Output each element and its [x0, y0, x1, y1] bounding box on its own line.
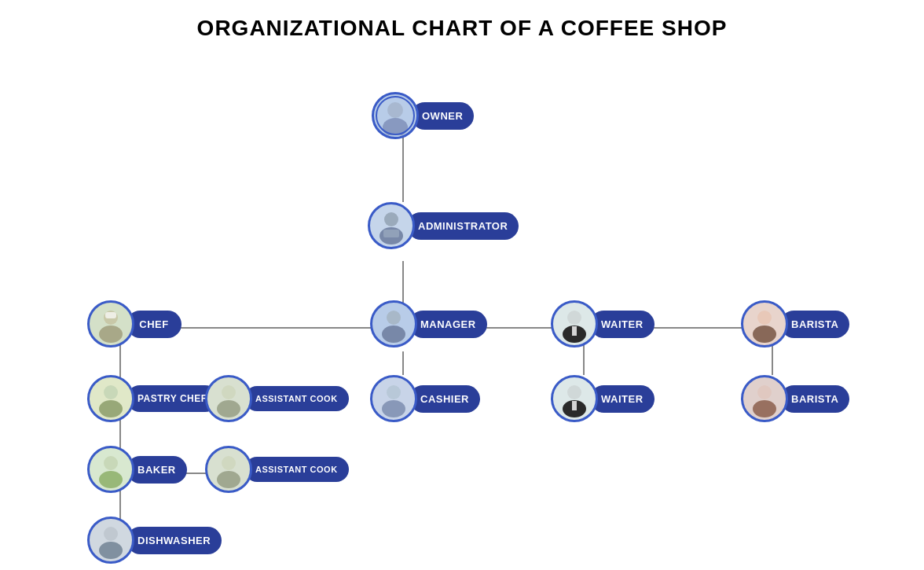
- page: ORGANIZATIONAL CHART OF A COFFEE SHOP: [0, 0, 924, 570]
- label-barista2: BARISTA: [780, 385, 849, 413]
- label-owner: OWNER: [411, 102, 474, 130]
- svg-point-16: [384, 212, 398, 226]
- svg-rect-23: [105, 312, 116, 318]
- node-asst-cook2: ASSISTANT COOK: [205, 446, 349, 493]
- avatar-dishwasher: [87, 517, 134, 564]
- svg-point-39: [753, 400, 776, 417]
- avatar-baker: [87, 446, 134, 493]
- node-chef: CHEF: [87, 300, 182, 348]
- avatar-administrator: [368, 202, 415, 249]
- avatar-manager: [370, 300, 417, 348]
- label-dishwasher: DISHWASHER: [126, 527, 222, 554]
- svg-point-31: [222, 385, 236, 399]
- svg-rect-26: [572, 326, 577, 336]
- svg-point-43: [217, 471, 240, 488]
- svg-point-40: [104, 456, 118, 470]
- svg-point-32: [217, 400, 240, 417]
- node-barista2: BARISTA: [741, 375, 849, 422]
- svg-point-24: [567, 311, 581, 325]
- avatar-barista1: [741, 300, 788, 348]
- avatar-chef: [87, 300, 134, 348]
- svg-point-44: [104, 527, 118, 541]
- svg-point-33: [387, 385, 401, 399]
- label-administrator: ADMINISTRATOR: [407, 212, 519, 240]
- label-cashier: CASHIER: [409, 385, 480, 413]
- node-cashier: CASHIER: [370, 375, 480, 422]
- org-chart: OWNER ADMINISTRATOR MANAGER: [18, 49, 906, 552]
- avatar-waiter1: [551, 300, 598, 348]
- svg-rect-18: [383, 230, 399, 237]
- label-barista1: BARISTA: [780, 311, 849, 338]
- node-dishwasher: DISHWASHER: [87, 517, 222, 564]
- label-chef: CHEF: [126, 311, 182, 338]
- page-title: ORGANIZATIONAL CHART OF A COFFEE SHOP: [16, 16, 908, 41]
- svg-point-13: [387, 102, 403, 118]
- node-waiter1: WAITER: [551, 300, 654, 348]
- svg-point-29: [104, 385, 118, 399]
- svg-rect-37: [572, 401, 577, 410]
- svg-point-19: [387, 311, 401, 325]
- node-asst-cook1: ASSISTANT COOK: [205, 375, 349, 422]
- label-asst-cook1: ASSISTANT COOK: [244, 386, 349, 411]
- node-barista1: BARISTA: [741, 300, 849, 348]
- node-administrator: ADMINISTRATOR: [368, 202, 519, 249]
- label-waiter2: WAITER: [590, 385, 654, 413]
- svg-point-45: [99, 542, 123, 559]
- label-asst-cook2: ASSISTANT COOK: [244, 457, 349, 482]
- avatar-cashier: [370, 375, 417, 422]
- label-baker: BAKER: [126, 456, 187, 484]
- svg-point-20: [382, 325, 405, 343]
- svg-point-41: [99, 471, 123, 488]
- avatar-asst-cook1: [205, 375, 252, 422]
- avatar-owner: [372, 92, 419, 139]
- node-manager: MANAGER: [370, 300, 487, 348]
- node-baker: BAKER: [87, 446, 187, 493]
- avatar-barista2: [741, 375, 788, 422]
- svg-point-30: [99, 400, 123, 417]
- avatar-pastry-chef: [87, 375, 134, 422]
- svg-point-34: [382, 400, 405, 417]
- label-manager: MANAGER: [409, 311, 487, 338]
- svg-point-35: [567, 385, 581, 399]
- svg-point-42: [222, 456, 236, 470]
- svg-point-28: [753, 325, 776, 343]
- label-waiter1: WAITER: [590, 311, 654, 338]
- node-owner: OWNER: [372, 92, 474, 139]
- node-pastry-chef: PASTRY CHEF: [87, 375, 218, 422]
- avatar-waiter2: [551, 375, 598, 422]
- node-waiter2: WAITER: [551, 375, 654, 422]
- svg-point-27: [757, 311, 772, 325]
- avatar-asst-cook2: [205, 446, 252, 493]
- svg-point-38: [757, 385, 772, 399]
- svg-point-22: [99, 325, 123, 343]
